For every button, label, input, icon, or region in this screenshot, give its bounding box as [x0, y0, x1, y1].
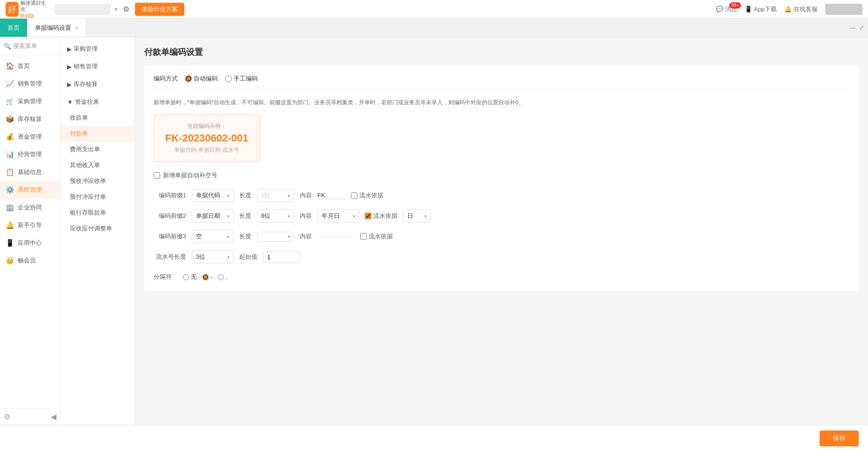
topbar-right: 💬 消息 99+ 📱 App下载 🔔 在线客服	[716, 4, 862, 15]
group-purchase-title[interactable]: ▶ 采购管理	[61, 41, 135, 57]
prefix3-select[interactable]: 空 ▾	[192, 230, 234, 243]
prefix2-serial-checkbox-item[interactable]: 流水依据	[365, 212, 397, 220]
chevron-right-icon: ▶	[67, 46, 72, 53]
sidebar-item-home[interactable]: 🏠 首页	[0, 57, 60, 75]
sidebar-item-inventory[interactable]: 📦 库存核算	[0, 110, 60, 128]
finance-icon: 💰	[6, 133, 14, 141]
sidebar-item-advance-pay[interactable]: 预付冲应付单	[61, 189, 135, 205]
prefix3-arrow-icon: ▾	[227, 234, 229, 239]
sidebar-item-enterprise[interactable]: 🏢 企业协同	[0, 199, 60, 216]
serial-length-value: 3位	[196, 253, 225, 261]
sidebar-item-finance[interactable]: 💰 资金管理	[0, 128, 60, 146]
home-icon: 🏠	[6, 62, 14, 70]
system-icon: ⚙️	[6, 186, 14, 194]
preview-desc: 单据代码-单据日期-流水号	[165, 146, 249, 154]
preview-label: 当前编码示例：	[165, 122, 249, 130]
save-button[interactable]: 保存	[820, 431, 859, 446]
prefix2-serial-unit-select[interactable]: 日 ▾	[403, 209, 431, 222]
prefix2-row: 编码前缀2 单据日期 ▾ 长度 8位 ▾ 内容 年月日 ▾	[154, 209, 849, 222]
prefix1-length-select[interactable]: 2位 ▾	[257, 189, 294, 202]
sidebar-item-payment[interactable]: 付款单	[61, 126, 135, 141]
basic-icon: 📋	[6, 168, 14, 176]
sidebar-item-member[interactable]: 👑 畅会员	[0, 252, 60, 269]
manual-coding-input[interactable]	[225, 75, 232, 82]
avatar[interactable]	[825, 4, 862, 15]
sidebar-item-system[interactable]: ⚙️ 系统管理	[0, 181, 60, 199]
company-selector[interactable]	[55, 4, 111, 15]
sidebar-search[interactable]: 🔍 搜索菜单	[0, 37, 60, 55]
sidebar-item-bank[interactable]: 银行存取款单	[61, 205, 135, 221]
serial-row: 流水号长度 3位 ▾ 起始值	[154, 250, 849, 263]
group-capital-title[interactable]: ▼ 资金往来	[61, 94, 135, 110]
purchase-icon: 🛒	[6, 97, 14, 106]
manual-coding-radio[interactable]: 手工编码	[225, 74, 258, 83]
prefix3-serial-checkbox-item[interactable]: 流水依据	[360, 232, 393, 241]
auto-fill-checkbox[interactable]	[154, 172, 160, 179]
sidebar-item-purchase[interactable]: 🛒 采购管理	[0, 93, 60, 110]
inventory-icon: 📦	[6, 115, 14, 123]
prefix2-length-value: 8位	[261, 212, 286, 220]
sep-dot-input[interactable]	[218, 274, 224, 280]
online-service-button[interactable]: 🔔 在线客服	[784, 5, 818, 13]
sidebar-item-adjust[interactable]: 应收应付调整单	[61, 221, 135, 236]
logo-icon: 好	[6, 2, 19, 17]
settings-icon[interactable]: ⚙	[4, 412, 10, 421]
tab-encoding-settings[interactable]: 单据编码设置 ×	[27, 19, 86, 37]
sep-dot-radio[interactable]: .	[218, 274, 228, 281]
content-wrapper: ▶ 采购管理 ▶ 销售管理 ▶ 库存核算 ▼ 资金往来	[61, 37, 868, 425]
sidebar-item-advance-recv[interactable]: 预收冲应收单	[61, 173, 135, 189]
sep-none-input[interactable]	[183, 274, 189, 280]
prefix2-select[interactable]: 单据日期 ▾	[192, 209, 234, 222]
prefix1-serial-checkbox[interactable]	[351, 192, 357, 199]
sidebar-item-guide[interactable]: 🔔 新手引导	[0, 216, 60, 234]
prefix3-length-select[interactable]: ▾	[257, 232, 294, 242]
sep-none-radio[interactable]: 无	[183, 273, 197, 281]
sidebar-item-receipt[interactable]: 收款单	[61, 110, 135, 126]
group-inventory-title[interactable]: ▶ 库存核算	[61, 76, 135, 92]
prefix2-length-select[interactable]: 8位 ▾	[257, 209, 294, 222]
guide-icon: 🔔	[6, 221, 14, 229]
tab-home[interactable]: 首页	[0, 19, 27, 37]
trial-button[interactable]: 体验行业方案	[135, 3, 184, 16]
maximize-icon[interactable]: ⤢	[859, 24, 864, 31]
message-button[interactable]: 💬 消息 99+	[716, 5, 737, 13]
sidebar-item-basic[interactable]: 📋 基础信息	[0, 163, 60, 181]
prefix3-serial-checkbox[interactable]	[360, 233, 367, 240]
prefix1-serial-checkbox-item[interactable]: 流水依据	[351, 191, 384, 200]
prefix1-content-label: 内容	[300, 191, 312, 200]
collapse-icon[interactable]: ◀	[51, 412, 56, 421]
coding-method-row: 编码方式 自动编码 手工编码	[154, 74, 849, 91]
app-download-button[interactable]: 📱 App下载	[745, 5, 777, 13]
operations-icon: 📊	[6, 150, 14, 159]
sep-dash-input[interactable]	[202, 274, 209, 280]
serial-length-select[interactable]: 3位 ▾	[192, 250, 234, 263]
chevron-down-icon[interactable]: ▾	[114, 6, 117, 13]
auto-coding-input[interactable]	[185, 75, 192, 82]
prefix2-length-arrow-icon: ▾	[288, 214, 290, 219]
sidebar-item-sales[interactable]: 📈 销售管理	[0, 75, 60, 93]
sep-dash-radio[interactable]: -	[202, 274, 212, 281]
info-text: 新增单据时，*单据编码*自动生成，不可编辑。前缀设置为部门、业务员等档案类，开单…	[154, 98, 849, 107]
minimize-icon[interactable]: —	[849, 24, 855, 31]
sidebar-item-operations[interactable]: 📊 经营管理	[0, 146, 60, 163]
prefix1-length-label: 长度	[239, 191, 251, 200]
logo: 好 畅捷通好生意 旗舰版	[6, 1, 47, 18]
auto-coding-radio[interactable]: 自动编码	[185, 74, 218, 83]
gear-icon[interactable]: ⚙	[123, 5, 129, 13]
prefix1-select[interactable]: 单据代码 ▾	[192, 189, 234, 202]
sidebar-item-appcenter[interactable]: 📱 应用中心	[0, 234, 60, 252]
prefix2-serial-checkbox[interactable]	[365, 213, 371, 219]
prefix3-length-label: 长度	[239, 232, 251, 241]
start-value-label: 起始值	[239, 253, 257, 261]
separator-label: 分隔符	[154, 273, 172, 281]
sidebar-item-expense[interactable]: 费用支出单	[61, 141, 135, 157]
prefix3-content-label: 内容	[300, 232, 312, 241]
group-sales-title[interactable]: ▶ 销售管理	[61, 59, 135, 74]
prefix3-content-value	[317, 236, 355, 237]
sidebar-item-other-income[interactable]: 其他收入单	[61, 157, 135, 173]
start-value-input[interactable]	[263, 251, 300, 263]
tab-close-icon[interactable]: ×	[75, 25, 78, 31]
enterprise-icon: 🏢	[6, 203, 14, 212]
prefix2-content-select[interactable]: 年月日 ▾	[317, 209, 359, 222]
search-icon: 🔍	[4, 43, 11, 50]
